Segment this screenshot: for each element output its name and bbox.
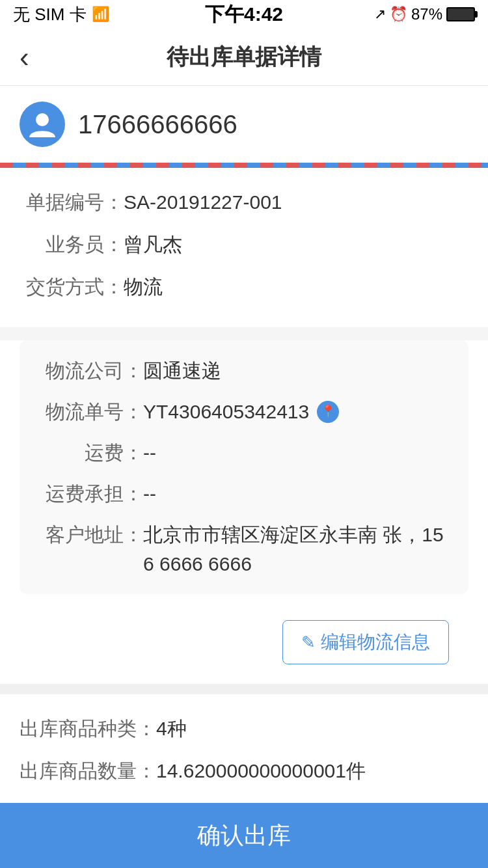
wifi-icon: 📶 bbox=[92, 6, 109, 23]
logistics-company-label: 物流公司： bbox=[39, 356, 143, 385]
edit-icon: ✎ bbox=[301, 632, 316, 653]
nav-bar: ‹ 待出库单据详情 bbox=[0, 29, 488, 86]
tracking-no-label: 物流单号： bbox=[39, 397, 143, 426]
confirm-button[interactable]: 确认出库 bbox=[0, 803, 488, 868]
page-title: 待出库单据详情 bbox=[167, 42, 321, 72]
freight-row: 运费： -- bbox=[39, 438, 449, 467]
product-types-value: 4种 bbox=[156, 714, 468, 743]
delivery-method-row: 交货方式： 物流 bbox=[20, 272, 468, 301]
carrier-text: 无 SIM 卡 bbox=[13, 3, 87, 26]
section-divider bbox=[0, 684, 488, 694]
edit-logistics-label: 编辑物流信息 bbox=[321, 630, 430, 655]
confirm-label: 确认出库 bbox=[197, 820, 291, 852]
order-info-section: 单据编号： SA-20191227-001 业务员： 曾凡杰 交货方式： 物流 bbox=[0, 168, 488, 327]
logistics-card: 物流公司： 圆通速递 物流单号： YT43064053424​13 📍 运费： … bbox=[20, 340, 468, 594]
battery-percent: 87% bbox=[411, 5, 442, 23]
user-header: 17666666666 bbox=[0, 86, 488, 163]
tracking-no-value: YT43064053424​13 📍 bbox=[143, 397, 449, 426]
freight-label: 运费： bbox=[39, 438, 143, 467]
status-bar: 无 SIM 卡 📶 下午4:42 ↗ ⏰ 87% bbox=[0, 0, 488, 29]
delivery-method-label: 交货方式： bbox=[20, 272, 124, 301]
order-no-value: SA-20191227-001 bbox=[124, 187, 468, 217]
svg-point-0 bbox=[36, 113, 49, 126]
sales-person-label: 业务员： bbox=[20, 230, 124, 259]
user-phone: 17666666666 bbox=[78, 110, 237, 139]
tracking-location-icon[interactable]: 📍 bbox=[317, 401, 339, 423]
status-right: ↗ ⏰ 87% bbox=[374, 5, 475, 23]
tracking-no-row: 物流单号： YT43064053424​13 📍 bbox=[39, 397, 449, 426]
logistics-wrapper: 物流公司： 圆通速递 物流单号： YT43064053424​13 📍 运费： … bbox=[0, 340, 488, 684]
product-quantity-label: 出库商品数量： bbox=[20, 756, 156, 785]
address-label: 客户地址： bbox=[39, 520, 143, 549]
location-icon: ↗ bbox=[374, 6, 386, 23]
freight-bearer-value: -- bbox=[143, 479, 449, 508]
sales-person-row: 业务员： 曾凡杰 bbox=[20, 230, 468, 259]
back-button[interactable]: ‹ bbox=[13, 34, 36, 80]
logistics-company-row: 物流公司： 圆通速递 bbox=[39, 356, 449, 385]
product-section: 出库商品种类： 4种 出库商品数量： 14.620000000000001件 bbox=[0, 694, 488, 811]
status-left: 无 SIM 卡 📶 bbox=[13, 3, 109, 26]
sales-person-value: 曾凡杰 bbox=[124, 230, 468, 259]
delivery-method-value: 物流 bbox=[124, 272, 468, 301]
freight-bearer-label: 运费承担： bbox=[39, 479, 143, 508]
edit-logistics-area: ✎ 编辑物流信息 bbox=[20, 607, 468, 677]
status-time: 下午4:42 bbox=[205, 1, 283, 28]
edit-logistics-button[interactable]: ✎ 编辑物流信息 bbox=[282, 620, 449, 664]
address-value: 北京市市辖区海淀区永丰南 张，156 6666 6666 bbox=[143, 520, 449, 578]
order-no-label: 单据编号： bbox=[20, 187, 124, 217]
order-no-row: 单据编号： SA-20191227-001 bbox=[20, 187, 468, 217]
product-quantity-row: 出库商品数量： 14.620000000000001件 bbox=[20, 756, 468, 785]
address-row: 客户地址： 北京市市辖区海淀区永丰南 张，156 6666 6666 bbox=[39, 520, 449, 578]
product-types-label: 出库商品种类： bbox=[20, 714, 156, 743]
alarm-icon: ⏰ bbox=[390, 6, 407, 23]
product-types-row: 出库商品种类： 4种 bbox=[20, 714, 468, 743]
battery-icon bbox=[446, 7, 475, 21]
dashed-divider bbox=[0, 163, 488, 168]
user-avatar-icon bbox=[26, 108, 59, 141]
avatar bbox=[20, 102, 65, 147]
logistics-company-value: 圆通速递 bbox=[143, 356, 449, 385]
freight-bearer-row: 运费承担： -- bbox=[39, 479, 449, 508]
freight-value: -- bbox=[143, 438, 449, 467]
product-quantity-value: 14.620000000000001件 bbox=[156, 756, 468, 785]
